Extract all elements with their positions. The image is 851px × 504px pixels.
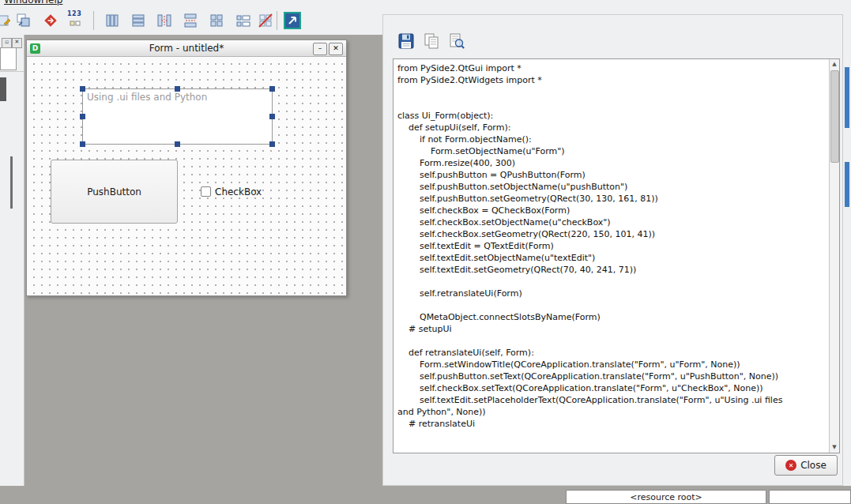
toolbar-separator: [93, 11, 94, 30]
scroll-up-icon[interactable]: ▲: [830, 59, 839, 70]
code-line: self.pushButton = QPushButton(Form): [397, 169, 827, 181]
code-line: self.textEdit.setObjectName(u"textEdit"): [397, 252, 827, 264]
code-line: [397, 276, 827, 288]
code-line: self.textEdit = QTextEdit(Form): [397, 240, 827, 252]
code-line: def retranslateUi(self, Form):: [397, 347, 827, 359]
pushbutton-widget[interactable]: PushButton: [51, 160, 178, 224]
code-line: from PySide2.QtGui import *: [397, 62, 827, 74]
code-line: def setupUi(self, Form):: [397, 122, 827, 134]
resource-root-item[interactable]: <resource root>: [566, 490, 766, 504]
selection-handle[interactable]: [80, 86, 85, 92]
tab-order-label: 123: [67, 10, 81, 17]
menu-item-window[interactable]: Window: [4, 0, 41, 6]
code-line: [397, 335, 827, 347]
left-panel-icon: [0, 77, 6, 101]
menu-item-help[interactable]: Help: [41, 0, 62, 6]
textedit-placeholder: Using .ui files and Python: [87, 92, 207, 103]
code-line: QMetaObject.connectSlotsByName(Form): [397, 311, 827, 323]
code-view[interactable]: from PySide2.QtGui import *from PySide2.…: [393, 58, 840, 453]
close-button[interactable]: ✕: [329, 43, 343, 55]
code-line: self.checkBox.setObjectName(u"checkBox"): [397, 216, 827, 228]
code-lines: from PySide2.QtGui import *from PySide2.…: [397, 62, 827, 449]
layout-vertical-splitter-icon[interactable]: [179, 9, 201, 32]
right-edge-scrollbar[interactable]: [845, 162, 849, 207]
break-layout-icon[interactable]: [254, 9, 277, 32]
toolbar-separator: [277, 11, 277, 30]
edit-signals-slots-icon[interactable]: [40, 9, 62, 32]
form-designer-window: D Form - untitled* – ✕ Using .ui files a…: [26, 39, 347, 296]
form-window-title: Form - untitled*: [27, 43, 346, 54]
copy-icon[interactable]: [421, 31, 442, 51]
checkbox-widget[interactable]: CheckBox: [201, 175, 281, 208]
left-dock-strip: ▫ ✕: [0, 35, 24, 486]
selection-handle[interactable]: [269, 86, 275, 92]
selection-handle[interactable]: [80, 141, 85, 147]
dialog-close-button[interactable]: ✕ Close: [774, 455, 838, 476]
layout-horizontally-icon[interactable]: [101, 9, 123, 32]
save-icon[interactable]: [396, 31, 416, 51]
designer-form-icon: D: [30, 43, 40, 54]
code-scrollbar[interactable]: ▲ ▼: [829, 59, 839, 453]
selection-handle[interactable]: [175, 86, 180, 92]
code-line: self.checkBox.setText(QCoreApplication.t…: [397, 382, 827, 394]
adjust-size-icon[interactable]: [281, 9, 303, 32]
selection-handle[interactable]: [269, 141, 275, 147]
background-area: [0, 486, 24, 504]
form-window-titlebar[interactable]: D Form - untitled* – ✕: [27, 40, 346, 57]
close-x-icon: ✕: [785, 460, 796, 471]
code-line: # setupUi: [397, 323, 827, 335]
code-line: self.textEdit.setPlaceholderText(QCoreAp…: [397, 394, 827, 406]
layout-form-icon[interactable]: [232, 9, 254, 32]
code-line: Form.resize(400, 300): [397, 157, 827, 169]
code-line: [397, 86, 827, 98]
qt-designer-screen: Window Help 123: [0, 0, 851, 504]
code-line: self.retranslateUi(Form): [397, 288, 827, 299]
code-line: self.pushButton.setObjectName(u"pushButt…: [397, 181, 827, 193]
selection-handle[interactable]: [269, 114, 275, 119]
menu-bar: Window Help: [0, 0, 851, 7]
code-line: self.pushButton.setText(QCoreApplication…: [397, 370, 827, 382]
resource-panel: [769, 490, 851, 504]
left-panel-field[interactable]: [0, 47, 17, 70]
code-line: [397, 299, 827, 311]
tab-order-icon[interactable]: 123: [65, 9, 87, 32]
form-canvas[interactable]: Using .ui files and Python PushButton Ch…: [27, 57, 346, 295]
main-toolbar: 123: [0, 7, 382, 35]
checkbox-indicator[interactable]: [201, 186, 211, 197]
textedit-widget[interactable]: Using .ui files and Python: [82, 88, 273, 145]
checkbox-label: CheckBox: [215, 186, 262, 197]
left-panel-divider: [0, 71, 24, 72]
code-line: self.checkBox.setGeometry(QRect(220, 150…: [397, 228, 827, 240]
selection-handle[interactable]: [80, 114, 85, 119]
code-line: # retranslateUi: [397, 418, 827, 430]
code-line: Form.setObjectName(u"Form"): [397, 145, 827, 157]
raise-widget-icon[interactable]: [13, 9, 35, 32]
close-button-label: Close: [800, 460, 827, 471]
minimize-button[interactable]: –: [313, 43, 327, 55]
code-line: self.textEdit.setGeometry(QRect(70, 40, …: [397, 264, 827, 276]
find-icon[interactable]: [446, 31, 467, 51]
code-line: self.checkBox = QCheckBox(Form): [397, 205, 827, 216]
code-line: class Ui_Form(object):: [397, 110, 827, 122]
code-line: from PySide2.QtWidgets import *: [397, 74, 827, 86]
layout-horizontal-splitter-icon[interactable]: [153, 9, 175, 32]
code-line: if not Form.objectName():: [397, 134, 827, 145]
code-line: Form.setWindowTitle(QCoreApplication.tra…: [397, 359, 827, 370]
scrollbar-thumb[interactable]: [830, 70, 839, 163]
selection-handle[interactable]: [175, 141, 180, 147]
code-line: self.pushButton.setGeometry(QRect(30, 13…: [397, 193, 827, 205]
scroll-down-icon[interactable]: ▼: [830, 442, 839, 453]
layout-vertically-icon[interactable]: [127, 9, 149, 32]
code-viewer-dialog: from PySide2.QtGui import *from PySide2.…: [382, 14, 843, 486]
code-line: [397, 98, 827, 110]
left-scrollbar[interactable]: [10, 156, 13, 209]
right-edge-scrollbar[interactable]: [845, 67, 849, 128]
code-line: and Python", None)): [397, 406, 827, 418]
layout-grid-icon[interactable]: [205, 9, 228, 32]
